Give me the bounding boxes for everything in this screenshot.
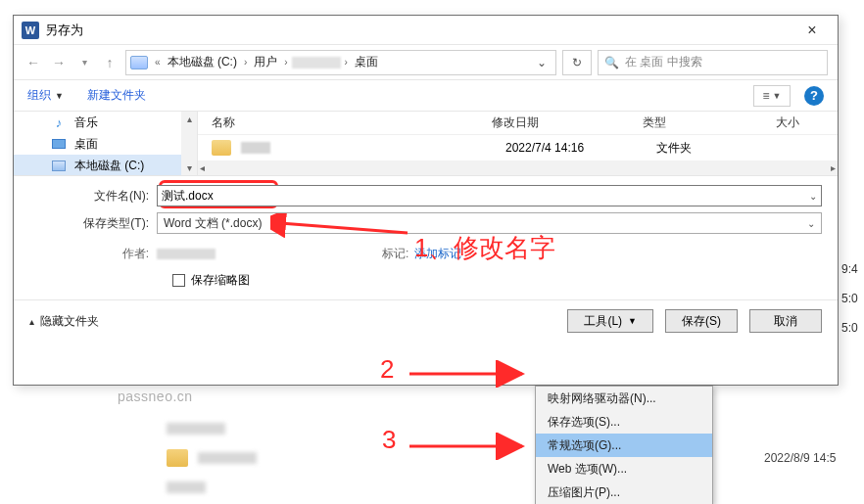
filetype-row: 保存类型(T): Word 文档 (*.docx) ⌄ (29, 209, 822, 237)
author-label: 作者: (29, 246, 157, 262)
toolbar: 组织▼ 新建文件夹 ≡▼ ? (14, 80, 838, 112)
dialog-title: 另存为 (45, 22, 83, 39)
scroll-right-icon[interactable]: ▸ (831, 162, 836, 173)
sidebar-item-local-disk-c[interactable]: 本地磁盘 (C:) (14, 155, 197, 175)
chevron-down-icon[interactable]: ⌄ (809, 191, 817, 202)
desktop-icon (51, 139, 67, 149)
chevron-down-icon[interactable]: ⌄ (532, 56, 552, 69)
crumb-user-hidden (292, 57, 341, 69)
navbar: ← → ▾ ↑ « 本地磁盘 (C:) › 用户 › › 桌面 ⌄ ↻ 🔍 在 … (14, 45, 838, 80)
close-button[interactable]: × (792, 17, 832, 44)
new-folder-button[interactable]: 新建文件夹 (87, 87, 146, 104)
metadata-row: 作者: 标记: 添加标记 (29, 241, 822, 266)
author-value-hidden (157, 249, 216, 259)
word-icon: W (22, 22, 39, 39)
menu-save-options[interactable]: 保存选项(S)... (536, 410, 712, 434)
organize-button[interactable]: 组织▼ (27, 87, 64, 104)
search-placeholder: 在 桌面 中搜索 (625, 54, 702, 70)
filename-label: 文件名(N): (29, 188, 157, 205)
hide-folders-toggle[interactable]: ▴ 隐藏文件夹 (29, 313, 99, 330)
column-type[interactable]: 类型 (643, 115, 776, 131)
column-name[interactable]: 名称 (198, 115, 492, 131)
form-section: 文件名(N): ⌄ 保存类型(T): Word 文档 (*.docx) ⌄ 作者… (14, 176, 838, 300)
back-button[interactable]: ← (24, 53, 43, 72)
crumb-desktop[interactable]: 桌面 (352, 54, 381, 70)
drive-icon (130, 56, 148, 69)
tools-dropdown-menu: 映射网络驱动器(N)... 保存选项(S)... 常规选项(G)... Web … (535, 386, 713, 504)
search-input[interactable]: 🔍 在 桌面 中搜索 (598, 50, 828, 75)
up-button[interactable]: ↑ (100, 53, 120, 72)
drive-icon (51, 160, 67, 171)
background-file-list: 桌面 › ~~~ › ~~~~~~~ 2022/8/9 14:5 (167, 387, 852, 502)
file-list-header: 名称 修改日期 类型 大小 (198, 112, 838, 135)
split-view: ♪ 音乐 桌面 本地磁盘 (C:) ▴ ▾ 名称 修改日期 类型 大小 (14, 112, 838, 176)
search-icon: 🔍 (604, 56, 619, 69)
help-button[interactable]: ? (804, 86, 824, 106)
add-tag-link[interactable]: 添加标记 (414, 246, 461, 262)
tag-label: 标记: (382, 246, 414, 262)
column-modified[interactable]: 修改日期 (492, 115, 643, 131)
save-thumbnail-checkbox[interactable] (172, 274, 185, 287)
refresh-button[interactable]: ↻ (562, 50, 592, 75)
filename-input[interactable]: ⌄ (157, 185, 822, 206)
scroll-up-icon[interactable]: ▴ (187, 114, 192, 124)
scroll-down-icon[interactable]: ▾ (187, 162, 192, 173)
file-row[interactable]: 2022/7/4 14:16 文件夹 (198, 135, 838, 160)
file-scrollbar[interactable]: ◂ ▸ (198, 160, 838, 175)
menu-web-options[interactable]: Web 选项(W)... (536, 457, 712, 481)
filename-row: 文件名(N): ⌄ (29, 182, 822, 209)
file-date: 2022/7/4 14:16 (505, 141, 584, 155)
forward-button[interactable]: → (49, 53, 69, 72)
scroll-left-icon[interactable]: ◂ (200, 162, 205, 173)
sidebar-item-music[interactable]: ♪ 音乐 (14, 112, 197, 133)
music-icon: ♪ (51, 115, 67, 130)
file-type: 文件夹 (656, 140, 692, 157)
filetype-label: 保存类型(T): (29, 215, 157, 232)
menu-compress-pictures[interactable]: 压缩图片(P)... (536, 481, 712, 504)
menu-map-network-drive[interactable]: 映射网络驱动器(N)... (536, 387, 712, 410)
tools-button[interactable]: 工具(L)▼ (567, 309, 653, 333)
sidebar-scrollbar[interactable]: ▴ ▾ (181, 112, 197, 175)
crumb-users[interactable]: 用户 (251, 54, 280, 70)
chevron-down-icon[interactable]: ⌄ (807, 218, 815, 229)
breadcrumb[interactable]: « 本地磁盘 (C:) › 用户 › › 桌面 ⌄ (125, 50, 556, 75)
thumbnail-row: 保存缩略图 (29, 266, 822, 294)
bottom-bar: ▴ 隐藏文件夹 工具(L)▼ 保存(S) 取消 (14, 300, 838, 342)
filetype-select[interactable]: Word 文档 (*.docx) ⌄ (157, 212, 822, 234)
file-list: 名称 修改日期 类型 大小 2022/7/4 14:16 文件夹 ◂ ▸ (198, 112, 838, 175)
recent-button[interactable]: ▾ (74, 53, 94, 72)
save-button[interactable]: 保存(S) (665, 309, 738, 333)
file-name-hidden (241, 142, 270, 154)
save-as-dialog: W 另存为 × ← → ▾ ↑ « 本地磁盘 (C:) › 用户 › › 桌面 … (13, 15, 839, 386)
view-mode-button[interactable]: ≡▼ (753, 85, 791, 107)
menu-general-options[interactable]: 常规选项(G)... (536, 434, 712, 457)
chevron-up-icon: ▴ (29, 316, 34, 327)
column-size[interactable]: 大小 (776, 115, 819, 131)
folder-icon (212, 140, 231, 156)
filename-field[interactable] (162, 189, 809, 203)
titlebar: W 另存为 × (14, 16, 838, 45)
crumb-drive[interactable]: 本地磁盘 (C:) (165, 54, 240, 70)
cancel-button[interactable]: 取消 (749, 309, 822, 333)
sidebar-item-desktop[interactable]: 桌面 (14, 133, 197, 155)
sidebar: ♪ 音乐 桌面 本地磁盘 (C:) ▴ ▾ (14, 112, 198, 175)
save-thumbnail-label: 保存缩略图 (191, 272, 250, 289)
